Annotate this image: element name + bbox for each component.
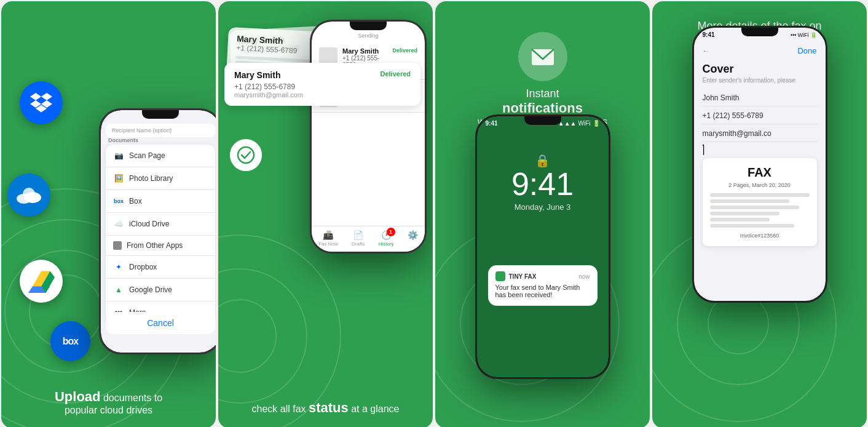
status-bar-4: 9:41 •••WiFi🔋 bbox=[703, 31, 817, 38]
phone-frame-2: Sending Mary Smith +1 (212) 555-6789 Apr… bbox=[310, 20, 427, 253]
tab-history[interactable]: 🕐 1 History bbox=[379, 230, 394, 247]
menu-item-gdrive[interactable]: ▲ Google Drive bbox=[106, 279, 215, 301]
phone-panel4-wrapper: 9:41 •••WiFi🔋 ← Done Cover Enter sender'… bbox=[692, 26, 827, 303]
menu-item-scan[interactable]: 📷 Scan Page bbox=[106, 145, 215, 167]
status-icons-3: ▲▲▲WiFi🔋 bbox=[558, 120, 600, 127]
panel-cover: More details of the fax on Cover 9:41 ••… bbox=[652, 1, 867, 427]
tab-extra[interactable]: ⚙️ bbox=[408, 230, 418, 247]
camera-icon: 📷 bbox=[113, 150, 124, 161]
svg-point-2 bbox=[23, 188, 35, 200]
fax-card-front: Mary Smith Delivered +1 (212) 555-6789 m… bbox=[224, 63, 420, 106]
phone-screen-1: Recipient Name (option) Documents 📷 Scan… bbox=[101, 110, 216, 353]
fax-name-front: Mary Smith bbox=[234, 70, 280, 80]
delivered-tag-1: Delivered bbox=[392, 47, 417, 54]
phone-notch-2 bbox=[350, 22, 387, 30]
fax-now-icon: 📠 bbox=[323, 230, 333, 240]
cover-field-phone[interactable]: +1 (212) 555-6789 bbox=[703, 108, 817, 124]
menu-list: 📷 Scan Page 🖼️ Photo Library box Box ☁️ … bbox=[106, 145, 215, 324]
googledrive-logo bbox=[20, 260, 63, 303]
menu-box-label: Box bbox=[129, 197, 142, 206]
fax-phone-front: +1 (212) 555-6789 bbox=[234, 82, 411, 91]
fax-doc-line-5 bbox=[710, 218, 770, 221]
check-circle-icon bbox=[227, 137, 264, 174]
cursor: | bbox=[703, 145, 704, 146]
phone-frame-1: Recipient Name (option) Documents 📷 Scan… bbox=[99, 108, 216, 354]
recipient-field: Recipient Name (option) bbox=[106, 124, 215, 137]
fax-doc-line-2 bbox=[710, 199, 790, 203]
heading-instant: Instant bbox=[450, 87, 635, 100]
notification-2: TINY FAX now Your fax send to Mary Smith… bbox=[488, 265, 598, 305]
phone-notch-1 bbox=[142, 110, 179, 119]
cover-back: ← bbox=[703, 47, 710, 55]
panel2-caption: check all fax status at a glance bbox=[218, 400, 433, 416]
panel-notifications: Instant notifications when sending statu… bbox=[435, 1, 650, 427]
box-logo: box bbox=[50, 321, 90, 361]
history-badge: 1 bbox=[387, 228, 395, 236]
tab-bar: 📠 Fax Now 📄 Drafts 🕐 1 History bbox=[312, 226, 425, 252]
check-prefix: check all fax bbox=[251, 404, 308, 414]
cover-screen: 9:41 •••WiFi🔋 ← Done Cover Enter sender'… bbox=[694, 28, 826, 301]
status-bold: status bbox=[309, 400, 349, 415]
delivered-badge-front: Delivered bbox=[380, 70, 411, 80]
notif-time-2: now bbox=[578, 273, 590, 280]
phone-panel3-wrapper: 9:41 ▲▲▲WiFi🔋 🔒 9:41 Monday, June 3 TIN bbox=[475, 114, 610, 379]
envelope-icon bbox=[518, 32, 567, 81]
lock-screen: 9:41 ▲▲▲WiFi🔋 🔒 9:41 Monday, June 3 TIN bbox=[477, 116, 609, 377]
recipient-placeholder: Recipient Name (option) bbox=[112, 127, 209, 134]
onedrive-logo bbox=[7, 174, 50, 217]
cover-content: Cover Enter sender's information, please… bbox=[694, 58, 826, 153]
dropbox-menu-icon: ✦ bbox=[113, 261, 124, 273]
fax-list-name-1: Mary Smith bbox=[342, 47, 387, 55]
tab-drafts-label: Drafts bbox=[352, 241, 365, 247]
notif-app-icon-2 bbox=[495, 271, 505, 281]
photo-icon: 🖼️ bbox=[113, 173, 124, 184]
fax-footer-text: Invoice#123560 bbox=[710, 233, 810, 239]
status-time-4: 9:41 bbox=[703, 31, 715, 38]
drafts-icon: 📄 bbox=[353, 230, 363, 240]
menu-item-other-apps[interactable]: From Other Apps bbox=[106, 236, 215, 256]
upload-bold: Upload bbox=[55, 389, 101, 404]
fax-document-preview: FAX 2 Pages, March 20, 2020 Invoice#1235… bbox=[703, 158, 817, 246]
cover-done-button[interactable]: Done bbox=[797, 46, 816, 55]
gdrive-icon: ▲ bbox=[113, 284, 124, 295]
notif-header-2: TINY FAX now bbox=[495, 271, 590, 281]
cover-field-email[interactable]: marysmith@gmail.co bbox=[703, 126, 817, 142]
fax-doc-title: FAX bbox=[710, 166, 810, 180]
icloud-icon: ☁️ bbox=[113, 218, 124, 229]
cover-field-name[interactable]: John Smith bbox=[703, 90, 817, 106]
notif-text-2: Your fax send to Mary Smith has been rec… bbox=[495, 284, 590, 298]
phone-panel2: Sending Mary Smith +1 (212) 555-6789 Apr… bbox=[310, 20, 427, 253]
lock-date-display: Monday, June 3 bbox=[477, 202, 609, 212]
menu-item-photo[interactable]: 🖼️ Photo Library bbox=[106, 167, 215, 190]
status-icons-4: •••WiFi🔋 bbox=[791, 32, 816, 38]
menu-item-icloud[interactable]: ☁️ iCloud Drive bbox=[106, 213, 215, 236]
apps-icon bbox=[113, 241, 122, 250]
ripple-2-3 bbox=[218, 234, 341, 427]
fax-address-front: marysmith@gmail.com bbox=[234, 91, 411, 98]
fax-doc-line-3 bbox=[710, 206, 800, 209]
fax-doc-line-1 bbox=[710, 193, 810, 197]
menu-icloud-label: iCloud Drive bbox=[129, 220, 169, 228]
tab-history-label: History bbox=[379, 241, 394, 247]
fax-doc-subtitle: 2 Pages, March 20, 2020 bbox=[710, 182, 810, 188]
menu-scan-label: Scan Page bbox=[129, 151, 165, 160]
menu-item-box[interactable]: box Box bbox=[106, 190, 215, 213]
phone-frame-4: 9:41 •••WiFi🔋 ← Done Cover Enter sender'… bbox=[692, 26, 827, 303]
status-bar-3: 9:41 ▲▲▲WiFi🔋 bbox=[486, 120, 600, 127]
menu-other-label: From Other Apps bbox=[127, 241, 183, 250]
tab-fax-now-label: Fax Now bbox=[318, 241, 338, 247]
cancel-button[interactable]: Cancel bbox=[106, 312, 215, 334]
menu-dropbox-label: Dropbox bbox=[129, 263, 157, 271]
dropbox-logo bbox=[20, 81, 63, 124]
menu-gdrive-label: Google Drive bbox=[129, 285, 172, 294]
tab-drafts[interactable]: 📄 Drafts bbox=[352, 230, 365, 247]
phone-screen-2: Sending Mary Smith +1 (212) 555-6789 Apr… bbox=[312, 22, 425, 252]
tab-fax-now[interactable]: 📠 Fax Now bbox=[318, 230, 338, 247]
menu-item-dropbox[interactable]: ✦ Dropbox bbox=[106, 256, 215, 279]
cover-subtitle: Enter sender's information, please bbox=[703, 77, 817, 84]
panel-status: Mary Smith +1 (212) 555-6789 Delivered M… bbox=[218, 1, 433, 427]
fax-doc-line-4 bbox=[710, 212, 779, 215]
lock-time-display: 9:41 bbox=[477, 168, 609, 200]
phone-frame-3: 9:41 ▲▲▲WiFi🔋 🔒 9:41 Monday, June 3 TIN bbox=[475, 114, 610, 379]
status-time-3: 9:41 bbox=[486, 120, 498, 127]
